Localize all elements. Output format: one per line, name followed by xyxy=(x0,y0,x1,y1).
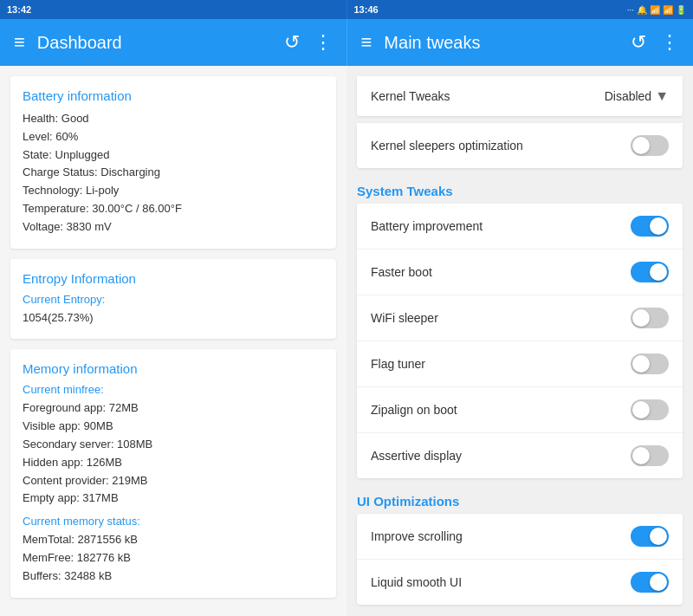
toggle-track xyxy=(631,399,669,420)
system-tweak-toggle-5[interactable] xyxy=(631,445,669,466)
toggle-track xyxy=(631,262,669,282)
toggle-track xyxy=(631,308,669,328)
entropy-current-value: 1054(25.73%) xyxy=(23,309,324,327)
toggle-thumb xyxy=(650,217,667,235)
right-time: 13:46 xyxy=(354,4,379,15)
toggle-thumb xyxy=(632,355,650,373)
toggle-thumb xyxy=(632,309,650,327)
memory-minfree-details: Foreground app: 72MB Visible app: 90MB S… xyxy=(23,399,324,508)
left-app-bar: ≡ Dashboard ↺ ⋮ xyxy=(0,19,346,66)
system-tweaks-group: Battery improvement Faster boot WiFi sle… xyxy=(357,204,683,478)
right-app-actions: ↺ ⋮ xyxy=(627,28,683,57)
memory-status-label: Current memory status: xyxy=(23,515,324,528)
right-app-bar: ≡ Main tweaks ↺ ⋮ xyxy=(346,19,694,66)
right-refresh-icon[interactable]: ↺ xyxy=(627,28,650,57)
left-status-bar: 13:42 xyxy=(0,0,346,19)
system-tweaks-header: System Tweaks xyxy=(357,175,683,204)
right-more-icon[interactable]: ⋮ xyxy=(657,28,683,57)
toggle-thumb xyxy=(650,263,667,281)
left-panel: Battery information Health: Good Level: … xyxy=(0,66,346,616)
system-tweak-label: Battery improvement xyxy=(371,219,483,233)
system-tweak-toggle-1[interactable] xyxy=(631,262,669,282)
toggle-thumb xyxy=(632,447,650,464)
kernel-sleepers-row: Kernel sleepers optimization xyxy=(357,123,683,168)
entropy-current-label: Current Entropy: xyxy=(23,293,324,306)
ui-opt-label: Liquid smooth UI xyxy=(371,575,462,589)
right-panel: Kernel Tweaks Disabled ▼ Kernel sleepers… xyxy=(346,66,693,616)
kernel-tweaks-group: Kernel Tweaks Disabled ▼ xyxy=(357,76,683,116)
right-status-icons: ··· 🔔 📶 📶 🔋 xyxy=(627,5,686,15)
toggle-thumb xyxy=(632,401,650,418)
toggle-track xyxy=(631,526,669,547)
entropy-card-title: Entropy Information xyxy=(23,271,324,286)
left-app-title: Dashboard xyxy=(37,33,281,53)
right-menu-icon[interactable]: ≡ xyxy=(358,28,376,57)
toggle-thumb xyxy=(650,528,667,545)
ui-optimizations-header: UI Optimizations xyxy=(357,485,683,514)
left-more-icon[interactable]: ⋮ xyxy=(310,28,336,57)
ui-opt-toggle-0[interactable] xyxy=(631,526,669,547)
notification-icon: 🔔 xyxy=(637,5,647,15)
battery-icon: 🔋 xyxy=(676,5,686,15)
system-tweak-toggle-3[interactable] xyxy=(631,353,669,374)
ui-opt-row: Improve scrolling xyxy=(357,514,683,560)
memory-status-details: MemTotal: 2871556 kB MemFree: 182776 kB … xyxy=(23,531,324,585)
left-menu-icon[interactable]: ≡ xyxy=(10,28,29,57)
toggle-thumb xyxy=(650,574,667,591)
kernel-sleepers-label: Kernel sleepers optimization xyxy=(371,139,523,152)
battery-card-title: Battery information xyxy=(23,88,324,103)
right-app-title: Main tweaks xyxy=(384,33,627,53)
memory-card: Memory information Current minfree: Fore… xyxy=(10,349,336,597)
kernel-tweaks-value: Disabled xyxy=(605,89,651,103)
wifi-icon: 📶 xyxy=(650,5,660,15)
system-tweak-label: WiFi sleeper xyxy=(371,311,438,325)
kernel-tweaks-row[interactable]: Kernel Tweaks Disabled ▼ xyxy=(357,76,683,116)
system-tweak-label: Zipalign on boot xyxy=(371,403,457,417)
left-refresh-icon[interactable]: ↺ xyxy=(281,28,303,57)
battery-card-details: Health: Good Level: 60% State: Unplugged… xyxy=(23,110,324,237)
system-tweak-row: Battery improvement xyxy=(357,204,683,250)
kernel-sleepers-toggle-track xyxy=(631,135,669,156)
signal-dots-icon: ··· xyxy=(627,5,634,15)
system-tweak-row: Faster boot xyxy=(357,250,683,295)
system-tweak-row: Assertive display xyxy=(357,433,683,478)
ui-opt-row: Liquid smooth UI xyxy=(357,560,683,605)
battery-card: Battery information Health: Good Level: … xyxy=(10,76,336,249)
left-time: 13:42 xyxy=(7,4,31,15)
dropdown-arrow-icon: ▼ xyxy=(655,88,669,104)
system-tweak-row: Flag tuner xyxy=(357,341,683,387)
kernel-tweaks-label: Kernel Tweaks xyxy=(371,89,450,103)
system-tweak-toggle-2[interactable] xyxy=(631,308,669,328)
system-tweak-label: Assertive display xyxy=(371,449,462,463)
kernel-tweaks-dropdown[interactable]: Disabled ▼ xyxy=(605,88,669,104)
system-tweak-toggle-0[interactable] xyxy=(631,216,669,237)
right-status-bar: 13:46 ··· 🔔 📶 📶 🔋 xyxy=(346,0,694,19)
memory-card-title: Memory information xyxy=(23,361,324,376)
system-tweak-toggle-4[interactable] xyxy=(631,399,669,420)
toggle-track xyxy=(631,216,669,237)
kernel-sleepers-group: Kernel sleepers optimization xyxy=(357,123,683,168)
toggle-track xyxy=(631,572,669,593)
ui-opt-label: Improve scrolling xyxy=(371,529,463,543)
ui-optimizations-group: Improve scrolling Liquid smooth UI xyxy=(357,514,683,605)
system-tweak-label: Faster boot xyxy=(371,265,432,279)
system-tweak-row: WiFi sleeper xyxy=(357,295,683,341)
system-tweak-label: Flag tuner xyxy=(371,357,425,371)
left-app-actions: ↺ ⋮ xyxy=(281,28,336,57)
kernel-sleepers-toggle[interactable] xyxy=(631,135,669,156)
entropy-card: Entropy Information Current Entropy: 105… xyxy=(10,259,336,340)
toggle-track xyxy=(631,445,669,466)
ui-opt-toggle-1[interactable] xyxy=(631,572,669,593)
memory-minfree-label: Current minfree: xyxy=(23,383,324,396)
system-tweak-row: Zipalign on boot xyxy=(357,387,683,433)
kernel-sleepers-toggle-thumb xyxy=(632,137,650,154)
toggle-track xyxy=(631,353,669,374)
mobile-signal-icon: 📶 xyxy=(663,5,673,15)
